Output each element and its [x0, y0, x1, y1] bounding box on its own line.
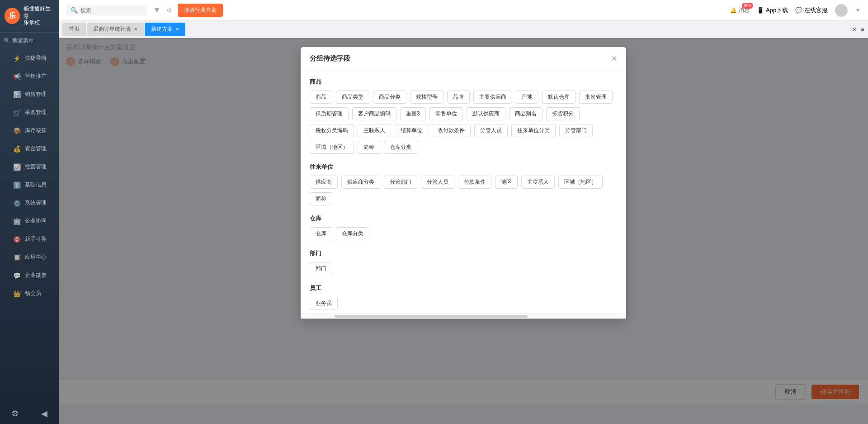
sidebar-item-marketing[interactable]: 📢 营销推广 — [9, 67, 50, 86]
field-tag-employee-0[interactable]: 业务员 — [310, 297, 338, 310]
modal-close-btn[interactable]: ✕ — [611, 54, 617, 63]
modal-body: 商品商品商品类型商品分类规格型号品牌主要供应商产地默认仓库批次管理保质期管理客户… — [301, 71, 626, 313]
field-tag-counterpart-7[interactable]: 区域（地区） — [558, 176, 603, 189]
tab-0[interactable]: 首页 — [62, 23, 86, 36]
notification-count: 99+ — [742, 3, 753, 9]
field-tag-product-4[interactable]: 品牌 — [447, 91, 470, 104]
settings-icon[interactable]: ⚙ — [166, 7, 172, 14]
sidebar-item-member[interactable]: 👑 畅会员 — [9, 285, 50, 303]
field-tag-product-15[interactable]: 拣货积分 — [546, 107, 580, 120]
sidebar-icon-quick-nav: ⚡ — [12, 54, 21, 63]
tab-1[interactable]: 采购订单统计表✕ — [87, 23, 144, 36]
field-tag-counterpart-4[interactable]: 付款条件 — [458, 176, 491, 189]
sidebar-item-purchase[interactable]: 🛒 采购管理 — [9, 104, 50, 122]
modal-horizontal-scrollbar[interactable] — [301, 313, 626, 319]
sidebar: 乐 畅捷通好生意 乐掌柜 🔍 搜索菜单 ⚡ 快捷导航 📢 营销推广 📊 销售管理… — [0, 0, 59, 424]
field-tag-product-18[interactable]: 结算单位 — [395, 124, 428, 137]
field-tag-product-10[interactable]: 客户商品编码 — [352, 107, 396, 120]
sidebar-icon-member: 👑 — [12, 289, 21, 298]
field-tag-product-6[interactable]: 产地 — [516, 91, 538, 104]
field-tag-product-8[interactable]: 批次管理 — [579, 91, 613, 104]
notification-bell[interactable]: 🔔 消息 99+ — [730, 6, 750, 14]
field-tag-product-12[interactable]: 零售单位 — [429, 107, 463, 120]
more-tabs-icon[interactable]: ≡ — [861, 26, 864, 33]
field-tag-product-14[interactable]: 商品别名 — [509, 107, 542, 120]
tab-close-2[interactable]: ✕ — [175, 27, 179, 32]
sidebar-search[interactable]: 🔍 搜索菜单 — [0, 33, 59, 49]
field-tag-counterpart-1[interactable]: 供应商分类 — [341, 176, 380, 189]
field-tag-product-0[interactable]: 商品 — [310, 91, 332, 104]
field-tag-counterpart-3[interactable]: 分管人员 — [421, 176, 454, 189]
tab-2[interactable]: 新建方案✕ — [145, 23, 185, 36]
sidebar-item-quick-nav[interactable]: ⚡ 快捷导航 — [9, 49, 50, 67]
field-tag-counterpart-0[interactable]: 供应商 — [310, 176, 338, 189]
sidebar-item-enterprise[interactable]: 🏢 企业协同 — [9, 212, 50, 230]
field-tag-warehouse-0[interactable]: 仓库 — [310, 227, 332, 240]
user-avatar[interactable] — [835, 4, 848, 17]
service-icon: 💬 — [795, 7, 802, 14]
field-tag-product-19[interactable]: 收付款条件 — [432, 124, 471, 137]
field-tag-product-11[interactable]: 重量3 — [400, 107, 426, 120]
field-tag-product-22[interactable]: 分管部门 — [559, 124, 593, 137]
field-tag-product-21[interactable]: 往来单位分类 — [511, 124, 556, 137]
field-tag-product-16[interactable]: 税收分类编码 — [310, 124, 354, 137]
experience-btn[interactable]: 体验行业方案 — [178, 4, 223, 17]
sidebar-item-app-center[interactable]: 🔲 应用中心 — [9, 248, 50, 267]
field-tag-product-5[interactable]: 主要供应商 — [473, 91, 512, 104]
field-tag-product-23[interactable]: 区域（地区） — [310, 141, 354, 154]
bottom-bar: ⚙ ◀ — [0, 403, 59, 424]
hscroll-thumb[interactable] — [335, 315, 528, 318]
field-tag-department-0[interactable]: 部门 — [310, 262, 332, 275]
field-tag-product-13[interactable]: 默认供应商 — [467, 107, 505, 120]
sidebar-icon-marketing: 📢 — [12, 72, 21, 81]
field-tag-product-1[interactable]: 商品类型 — [336, 91, 369, 104]
sidebar-logo: 乐 畅捷通好生意 乐掌柜 — [0, 0, 59, 33]
sidebar-item-wechat[interactable]: 💬 企业微信 — [9, 267, 50, 285]
online-service[interactable]: 💬 在线客服 — [795, 6, 828, 14]
close-all-icon[interactable]: ✕ — [852, 26, 857, 33]
sidebar-item-finance[interactable]: 💰 资金管理 — [9, 140, 50, 158]
field-tag-counterpart-8[interactable]: 简称 — [310, 192, 332, 205]
field-tag-product-2[interactable]: 商品分类 — [373, 91, 406, 104]
field-tag-warehouse-1[interactable]: 仓库分类 — [336, 227, 369, 240]
sidebar-label-wechat: 企业微信 — [25, 272, 47, 279]
app-download[interactable]: 📱 App下载 — [757, 6, 788, 14]
sidebar-item-basic-info[interactable]: ℹ️ 基础信息 — [9, 176, 50, 194]
audio-icon[interactable]: ◀ — [41, 409, 47, 419]
field-tag-counterpart-2[interactable]: 分管部门 — [384, 176, 417, 189]
topbar-search-input[interactable] — [80, 7, 135, 14]
field-tag-product-17[interactable]: 主联系人 — [358, 124, 391, 137]
sidebar-item-inventory[interactable]: 📦 库存核算 — [9, 122, 50, 140]
sidebar-label-operations: 经营管理 — [25, 163, 47, 171]
sidebar-item-system[interactable]: ⚙️ 系统管理 — [9, 194, 50, 212]
field-tag-product-7[interactable]: 默认仓库 — [542, 91, 576, 104]
sidebar-item-guide[interactable]: 🎯 新手引导 — [9, 230, 50, 248]
sidebar-label-basic-info: 基础信息 — [25, 181, 47, 189]
field-tag-product-20[interactable]: 分管人员 — [474, 124, 508, 137]
sidebar-icon-finance: 💰 — [12, 144, 21, 153]
field-grid-product: 商品商品类型商品分类规格型号品牌主要供应商产地默认仓库批次管理保质期管理客户商品… — [310, 91, 617, 154]
logo-text: 畅捷通好生意 乐掌柜 — [24, 5, 54, 27]
topbar-search-icon: 🔍 — [71, 7, 78, 14]
field-tag-product-24[interactable]: 简称 — [358, 141, 380, 154]
sidebar-item-sales[interactable]: 📊 销售管理 — [9, 86, 50, 104]
field-tag-counterpart-6[interactable]: 主联系人 — [521, 176, 555, 189]
sidebar-label-inventory: 库存核算 — [25, 127, 47, 134]
sidebar-icon-wechat: 💬 — [12, 271, 21, 280]
field-grid-counterpart: 供应商供应商分类分管部门分管人员付款条件地区主联系人区域（地区）简称 — [310, 176, 617, 205]
sidebar-item-operations[interactable]: 📈 经营管理 — [9, 158, 50, 176]
field-tag-product-3[interactable]: 规格型号 — [410, 91, 443, 104]
topbar: 🔍 ▼ ⚙ 体验行业方案 🔔 消息 99+ 📱 App下载 💬 在线客服 ▼ — [59, 0, 868, 21]
field-tag-product-25[interactable]: 仓库分类 — [384, 141, 417, 154]
topbar-search[interactable]: 🔍 — [66, 5, 147, 15]
tab-close-1[interactable]: ✕ — [134, 27, 137, 32]
modal-overlay: 分组待选字段 ✕ 商品商品商品类型商品分类规格型号品牌主要供应商产地默认仓库批次… — [59, 38, 868, 424]
user-dropdown-icon[interactable]: ▼ — [855, 7, 861, 14]
dropdown-icon[interactable]: ▼ — [153, 5, 161, 15]
search-icon: 🔍 — [4, 38, 10, 44]
sidebar-icon-app-center: 🔲 — [12, 253, 21, 262]
field-tag-product-9[interactable]: 保质期管理 — [310, 107, 349, 120]
logo-icon: 乐 — [5, 8, 20, 24]
settings-icon[interactable]: ⚙ — [11, 409, 19, 419]
field-tag-counterpart-5[interactable]: 地区 — [495, 176, 518, 189]
